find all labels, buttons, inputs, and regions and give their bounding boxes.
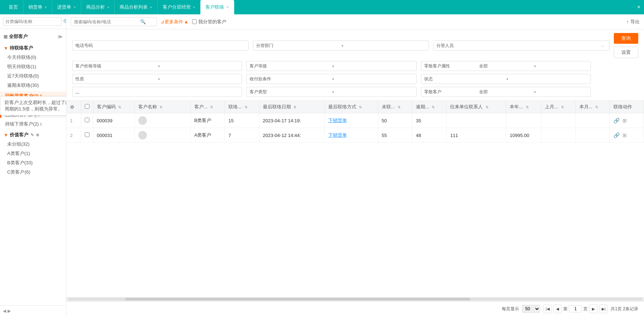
sort-name[interactable]: ⇅ bbox=[159, 105, 162, 109]
sidebar-item-declining[interactable]: 持续下滑客户(2) ℹ bbox=[0, 119, 66, 129]
sort-contact[interactable]: ⇅ bbox=[245, 105, 247, 109]
sort-contacts[interactable]: ⇅ bbox=[486, 105, 488, 109]
sort-this-year[interactable]: ⇅ bbox=[526, 105, 529, 109]
last-page-button[interactable]: ▶| bbox=[599, 305, 608, 313]
sidebar: 🔍 ⊞ 全部客户 ≫ ▼ 待联络客户 今天待联络(0) 明天待联络(1) bbox=[0, 14, 66, 316]
my-customers-checkbox[interactable]: 我分管的客户 bbox=[192, 19, 226, 25]
close-analysis-tab[interactable]: × bbox=[107, 5, 109, 9]
close-sales-tab[interactable]: × bbox=[45, 5, 47, 9]
pagination-bar: 每页显示 50 100 200 |◀ ◀ 第 页 ▶ ▶| 共1页 2条记录 bbox=[66, 301, 644, 316]
dots-field[interactable]: ... bbox=[72, 87, 242, 97]
sort-overdue[interactable]: ⇅ bbox=[432, 105, 435, 109]
last-method-link-1[interactable]: 下销货单 bbox=[328, 118, 347, 123]
manager-input[interactable] bbox=[458, 43, 599, 48]
nav-tab-purchase[interactable]: 进货单 × bbox=[52, 0, 81, 14]
retail-customer-field[interactable]: 零散客户 全部 ▾ bbox=[421, 87, 591, 97]
first-page-button[interactable]: |◀ bbox=[543, 305, 552, 313]
payment-field[interactable]: 收付款条件 ▾ bbox=[246, 74, 416, 84]
col-name: 客户名称 ⇅ bbox=[134, 101, 190, 113]
sidebar-item-class-a[interactable]: A类客户(1) bbox=[0, 149, 66, 158]
row-checkbox-1[interactable] bbox=[85, 118, 89, 122]
sidebar-item-overdue[interactable]: 逾期未联络(30) bbox=[0, 81, 66, 90]
sort-last-month[interactable]: ⇅ bbox=[561, 105, 564, 109]
department-field[interactable]: 分管部门 ▾ bbox=[253, 41, 429, 51]
value-customer-header[interactable]: ▼ 价值客户 ✎ ⊕ bbox=[0, 130, 66, 140]
customer-table: ⚙ 客户编码 ⇅ 客户名称 ⇅ bbox=[66, 101, 644, 143]
action-icon-more-1[interactable]: ⊞ bbox=[622, 118, 627, 123]
more-conditions-btn[interactable]: ⊿ 更多条件 ▲ bbox=[161, 19, 189, 25]
sort-type[interactable]: ⇅ bbox=[210, 105, 213, 109]
phone-field[interactable]: 电话号码 bbox=[72, 41, 249, 51]
select-all-checkbox[interactable] bbox=[85, 104, 89, 109]
sidebar-item-ungroup[interactable]: 未分组(32) bbox=[0, 140, 66, 149]
main-search-icon[interactable]: 🔍 bbox=[140, 19, 146, 24]
sidebar-search-input[interactable] bbox=[3, 17, 62, 26]
sidebar-collapse-icon[interactable]: ≫ bbox=[57, 34, 62, 39]
nav-tab-analysis[interactable]: 商品分析 × bbox=[81, 0, 115, 14]
sidebar-item-class-b[interactable]: B类客户(33) bbox=[0, 158, 66, 168]
price-level-field[interactable]: 客户价格等级 ▾ bbox=[72, 61, 242, 71]
edit-icon[interactable]: ✎ bbox=[31, 133, 34, 137]
action-icons-1: 🔗 ⊞ bbox=[613, 118, 640, 123]
main-search-input[interactable] bbox=[74, 19, 139, 24]
customer-type-field[interactable]: 客户类型 ▾ bbox=[246, 87, 416, 97]
nav-tab-sales[interactable]: 销货单 × bbox=[23, 0, 52, 14]
col-gear[interactable]: ⚙ bbox=[66, 101, 81, 113]
sort-uncontacted[interactable]: ⇅ bbox=[398, 105, 400, 109]
filter-bar: 🔍 ⊿ 更多条件 ▲ 我分管的客户 ↑ 导出 bbox=[66, 14, 644, 29]
sidebar-scroll-left[interactable]: ◀ bbox=[3, 308, 6, 313]
next-page-button[interactable]: ▶ bbox=[589, 305, 598, 313]
set-button[interactable]: 设置 bbox=[614, 47, 638, 58]
manager-dots[interactable]: ··· bbox=[599, 43, 606, 48]
action-icon-link-2[interactable]: 🔗 bbox=[613, 132, 620, 138]
sort-last-date[interactable]: ⇅ bbox=[293, 105, 296, 109]
sort-this-month[interactable]: ⇅ bbox=[595, 105, 598, 109]
status-field[interactable]: 状态 ▾ bbox=[421, 74, 591, 84]
horizontal-scrollbar[interactable] bbox=[66, 297, 644, 301]
sidebar-scroll-right[interactable]: ▶ bbox=[8, 308, 11, 313]
close-purchase-tab[interactable]: × bbox=[73, 5, 75, 9]
phone-input[interactable] bbox=[97, 43, 245, 48]
row-last-month-1 bbox=[541, 113, 575, 128]
sidebar-item-7days[interactable]: 近7天待联络(0) bbox=[0, 71, 66, 81]
export-button[interactable]: ↑ 导出 bbox=[627, 19, 640, 25]
current-page-input[interactable] bbox=[569, 305, 582, 312]
sidebar-search-icon[interactable]: 🔍 bbox=[63, 19, 66, 24]
sort-last-method[interactable]: ⇅ bbox=[359, 105, 362, 109]
my-customers-check[interactable] bbox=[192, 19, 197, 24]
nav-tab-customer-contact[interactable]: 客户联络 × bbox=[200, 0, 234, 14]
info-icon-3: ℹ bbox=[40, 122, 42, 127]
retail-attr-field[interactable]: 零散客户属性 全部 ▾ bbox=[421, 61, 591, 71]
manager-field[interactable]: 分管人员 ··· bbox=[433, 41, 610, 51]
sidebar-item-tomorrow[interactable]: 明天待联络(1) bbox=[0, 62, 66, 71]
window-close-button[interactable]: × bbox=[637, 4, 640, 10]
gender-field[interactable]: 性质 ▾ bbox=[72, 74, 242, 84]
prev-page-button[interactable]: ◀ bbox=[553, 305, 562, 313]
close-analysis-list-tab[interactable]: × bbox=[150, 5, 152, 9]
sort-code[interactable]: ⇅ bbox=[118, 105, 121, 109]
sidebar-all-customers[interactable]: ⊞ 全部客户 ≫ bbox=[0, 31, 66, 42]
per-page-select[interactable]: 50 100 200 bbox=[522, 305, 540, 313]
row-contact-1: 15 bbox=[225, 113, 259, 128]
last-method-link-2[interactable]: 下销货单 bbox=[328, 132, 347, 138]
action-icon-more-2[interactable]: ⊞ bbox=[622, 132, 627, 138]
content-area: 🔍 ⊿ 更多条件 ▲ 我分管的客户 ↑ 导出 电话号码 bbox=[66, 14, 644, 316]
row-type-1: B类客户 bbox=[190, 113, 224, 128]
nav-tab-home[interactable]: 首页 bbox=[4, 0, 23, 14]
sidebar-item-class-c[interactable]: C类客户(6) bbox=[0, 168, 66, 177]
nav-tab-customer-segment[interactable]: 客户分层经营 × bbox=[158, 0, 200, 14]
query-button[interactable]: 查询 bbox=[614, 33, 638, 44]
close-contact-tab[interactable]: × bbox=[226, 5, 228, 9]
nav-tab-analysis-list[interactable]: 商品分析列表 × bbox=[115, 0, 157, 14]
sidebar-item-today[interactable]: 今天待联络(0) bbox=[0, 53, 66, 62]
row-last-method-2: 下销货单 bbox=[324, 128, 378, 143]
customer-level-field[interactable]: 客户等级 ▾ bbox=[246, 61, 416, 71]
pending-contact-section: ▼ 待联络客户 今天待联络(0) 明天待联络(1) 近7天待联络(0) 逾期未联… bbox=[0, 42, 66, 91]
filter-row-3: 性质 ▾ 收付款条件 ▾ 状态 ▾ bbox=[72, 74, 638, 84]
row-checkbox-2[interactable] bbox=[85, 132, 89, 137]
close-segment-tab[interactable]: × bbox=[193, 5, 195, 9]
scroll-thumb[interactable] bbox=[125, 298, 470, 301]
chevron-up-icon: ▲ bbox=[184, 19, 189, 24]
action-icon-link-1[interactable]: 🔗 bbox=[613, 118, 620, 123]
pending-contact-header[interactable]: ▼ 待联络客户 bbox=[0, 43, 66, 53]
